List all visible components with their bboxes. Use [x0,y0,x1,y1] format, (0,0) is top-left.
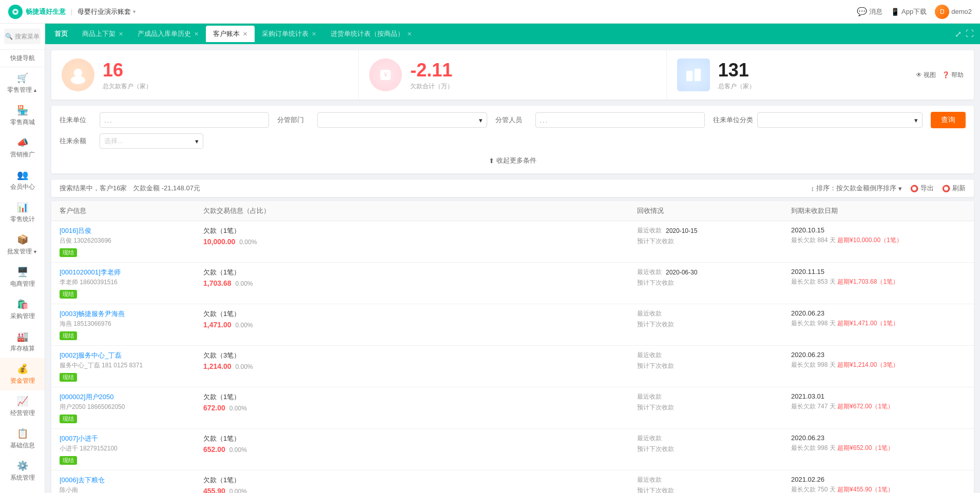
sidebar-item-marketing[interactable]: 📣 营销推广 [0,132,45,164]
sidebar-item-basic-info[interactable]: 📋 基础信息 [0,423,45,455]
export-btn[interactable]: ⭕ 导出 [910,184,934,193]
customer-name-5[interactable]: [0007]小进千 [60,434,203,443]
app-download-btn[interactable]: 📱 App下载 [891,7,927,16]
balance-label: 往来余额 [60,136,95,146]
batch-mgmt-label-row: 批发管理 ▼ [7,247,37,256]
customer-phone-6: 陈小南 [60,486,203,493]
system-label: 系统管理 [10,474,35,482]
unit-class-select[interactable]: ▾ [757,112,923,128]
customer-name-4[interactable]: [000002]用户2050 [60,392,203,402]
avatar: D [935,5,949,19]
overdue-amount-2[interactable]: 超期¥1,471.00（1笔） [837,320,899,327]
stat-info-debt: -2.11 欠款合计（万） [410,60,453,91]
table-header: 客户信息 欠款交易信息（占比） 回收情况 到期未收款日期 [51,201,974,221]
overdue-amount-0[interactable]: 超期¥10,000.00（1笔） [837,236,902,244]
overdue-amount-4[interactable]: 超期¥672.00（1笔） [837,403,894,410]
cell-customer-6: [0006]去下粮仓 陈小南 现结 [60,476,203,493]
debt-count-6: 欠款（1笔） [203,476,637,485]
filter-person: 分管人员 ... [495,112,705,128]
customer-name-1[interactable]: [0001020001]李老师 [60,268,203,277]
tab-expand-icon[interactable]: ⤢ [955,29,962,39]
filter-row-1: 往来单位 ... 分管部门 ▾ 分管人员 ... 往来单位分类 [60,112,966,128]
balance-select[interactable]: 选择... ▾ [100,133,203,149]
customer-phone-3: 服务中心_丁磊 181 0125 8371 [60,361,203,370]
sort-select[interactable]: ↕ 排序：按欠款金额倒序排序 ▾ [811,184,902,193]
overdue-amount-3[interactable]: 超期¥1,214.00（3笔） [837,361,899,368]
sidebar-menu: 🛒 零售管理 ▲ 🏪 零售商城 📣 营销推广 👥 会员中心 📊 零售统计 📦 批… [0,67,45,493]
tab-products-close-icon[interactable]: ✕ [119,31,123,37]
customer-name-3[interactable]: [0002]服务中心_丁磊 [60,351,203,360]
sidebar-item-finance[interactable]: 💰 资金管理 [0,358,45,390]
filter-dept: 分管部门 ▾ [277,112,487,128]
cell-customer-0: [0016]吕俊 吕俊 13026203696 现结 [60,226,203,257]
tab-customer-account-close-icon[interactable]: ✕ [243,31,247,37]
tab-purchase-stats[interactable]: 进货单统计表（按商品） ✕ [323,26,419,42]
divider: | [71,8,72,15]
overdue-amount-6[interactable]: 超期¥455.90（1笔） [837,486,894,493]
stat-number-total: 131 [718,60,755,81]
tab-home[interactable]: 首页 [47,26,75,42]
debt-count-2: 欠款（1笔） [203,309,637,319]
company-selector[interactable]: 母婴行业演示账套 ▾ [78,7,136,16]
sidebar-item-ecommerce[interactable]: 🖥️ 电商管理 [0,261,45,293]
retail-mall-label: 零售商城 [10,118,35,127]
customer-name-0[interactable]: [0016]吕俊 [60,226,203,235]
tab-purchase-stats-close-icon[interactable]: ✕ [407,31,412,37]
tab-products[interactable]: 商品上下架 ✕ [75,26,130,42]
debt-percent-0: 0.00% [239,239,257,246]
tab-production-close-icon[interactable]: ✕ [194,31,199,37]
result-actions: ↕ 排序：按欠款金额倒序排序 ▾ ⭕ 导出 ⭕ 刷新 [811,184,966,193]
customer-name-6[interactable]: [0006]去下粮仓 [60,476,203,485]
overdue-amount-5[interactable]: 超期¥652.00（1笔） [837,444,894,451]
user-profile[interactable]: D demo2 [935,5,972,19]
svg-point-2 [71,76,85,84]
tab-fullscreen-icon[interactable]: ⛶ [966,29,974,38]
view-btn[interactable]: 👁 视图 [916,71,936,80]
sidebar-item-purchase[interactable]: 🛍️ 采购管理 [0,293,45,326]
recovery-next-2: 预计下次收款 [637,320,791,329]
tab-home-label: 首页 [54,29,68,38]
dept-select[interactable]: ▾ [317,112,487,128]
recovery-date-1: 2020-06-30 [666,269,697,276]
tab-purchase-order-close-icon[interactable]: ✕ [312,31,316,37]
sidebar-item-system[interactable]: ⚙️ 系统管理 [0,455,45,487]
sidebar: 🔍 搜索菜单 快捷导航 🛒 零售管理 ▲ 🏪 零售商城 📣 营销推广 👥 会员中… [0,0,45,493]
sidebar-item-retail-mgmt[interactable]: 🛒 零售管理 ▲ [0,67,45,100]
sidebar-item-operations[interactable]: 📈 经营管理 [0,390,45,423]
sidebar-item-retail-stats[interactable]: 📊 零售统计 [0,196,45,229]
overdue-amount-1[interactable]: 超期¥1,703.68（1笔） [837,278,899,285]
help-btn[interactable]: ❓ 帮助 [942,71,964,80]
debt-amount-6: 455.90 [203,487,225,493]
tab-purchase-order[interactable]: 采购订单统计表 ✕ [255,26,323,42]
sidebar-item-enterprise-collab[interactable]: 🤝 企业协同 [0,487,45,493]
debt-row-3: 1,214.00 0.00% [203,362,637,370]
from-unit-input[interactable]: ... [100,112,269,128]
help-label: 帮助 [951,71,964,80]
export-label: 导出 [920,184,934,193]
svg-rect-5 [686,71,693,81]
search-menu-btn[interactable]: 🔍 搜索菜单 [4,29,41,44]
company-arrow-icon: ▾ [133,9,136,14]
sidebar-item-retail-mall[interactable]: 🏪 零售商城 [0,100,45,132]
tab-customer-account[interactable]: 客户账本 ✕ [206,26,255,42]
sidebar-item-member[interactable]: 👥 会员中心 [0,164,45,196]
customer-name-2[interactable]: [0003]畅捷服务尹海燕 [60,309,203,319]
person-input[interactable]: ... [535,112,705,128]
cell-debt-3: 欠款（3笔） 1,214.00 0.00% [203,351,637,370]
tab-production[interactable]: 产成品入库单历史 ✕ [130,26,206,42]
overdue-days-2: 最长欠款 998 天 超期¥1,471.00（1笔） [791,319,966,328]
message-btn[interactable]: 💬 消息 [857,7,882,16]
refresh-btn[interactable]: ⭕ 刷新 [942,184,966,193]
table-row: [0002]服务中心_丁磊 服务中心_丁磊 181 0125 8371 现结 欠… [51,346,974,387]
sidebar-search-area: 🔍 搜索菜单 [0,24,45,50]
cell-debt-6: 欠款（1笔） 455.90 0.00% [203,476,637,493]
collapse-btn[interactable]: ⬆ 收起更多条件 [60,154,966,167]
search-button[interactable]: 查询 [931,112,966,128]
sidebar-item-batch-mgmt[interactable]: 📦 批发管理 ▼ [0,229,45,261]
sidebar-item-inventory[interactable]: 🏭 库存核算 [0,326,45,358]
sidebar-item-quick-nav[interactable]: 快捷导航 [0,50,45,67]
cell-due-1: 2020.11.15 最长欠款 853 天 超期¥1,703.68（1笔） [791,268,966,286]
cell-customer-5: [0007]小进千 小进千 18279152100 现结 [60,434,203,465]
recovery-label-6: 最近收款 [637,476,662,484]
data-table: 客户信息 欠款交易信息（占比） 回收情况 到期未收款日期 [0016]吕俊 吕俊… [51,201,974,493]
